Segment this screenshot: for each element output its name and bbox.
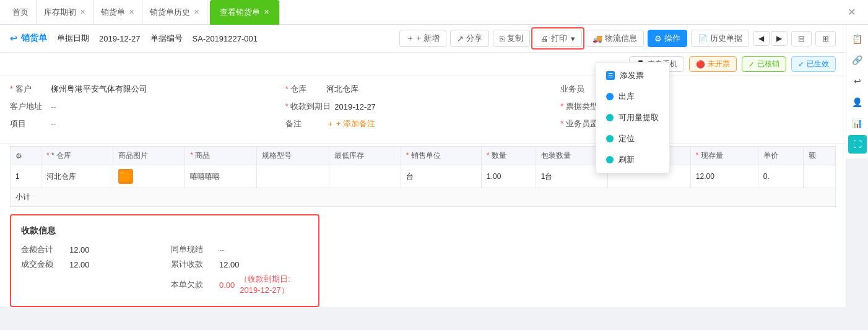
- summary-section: 收款信息 金额合计 12.00 同单现结 -- 成交金额 12.00 累计收款 …: [10, 214, 319, 307]
- doc-header: ↩ 销货单 单据日期 2019-12-27 单据编号 SA-20191227-0…: [0, 25, 846, 53]
- col-settings[interactable]: ⚙: [11, 147, 41, 165]
- col-image: 商品图片: [113, 147, 185, 165]
- locate-icon: [606, 135, 614, 142]
- cumulative-value: 12.00: [219, 260, 240, 269]
- next-arrow-button[interactable]: ▶: [771, 31, 788, 46]
- sidebar-btn-doc[interactable]: 📋: [848, 30, 867, 48]
- check-icon: ✓: [749, 60, 755, 69]
- verified-badge: ✓ 已核销: [742, 56, 786, 72]
- cell-unit-price: 0.: [758, 165, 803, 188]
- col-quantity: * 数量: [482, 147, 536, 165]
- customer-field: 客户 柳州粤港平安气体有限公司: [10, 84, 285, 95]
- list-view-button[interactable]: ⊞: [815, 31, 836, 46]
- sidebar-btn-chart[interactable]: 📊: [848, 114, 867, 132]
- form-section: 客户 柳州粤港平安气体有限公司 仓库 河北仓库 业务员 演示账号 客户地址 --: [0, 76, 846, 144]
- refresh-icon: [606, 156, 614, 163]
- tab-inventory-init[interactable]: 库存期初 ✕: [37, 0, 93, 25]
- close-tab-sales-history[interactable]: ✕: [194, 8, 199, 16]
- col-min-stock: 最低库存: [329, 147, 401, 165]
- settings-icon: ⚙: [15, 152, 22, 160]
- employee-label: 业务员: [560, 84, 597, 95]
- sidebar-btn-user[interactable]: 👤: [848, 93, 867, 111]
- tab-sales-history[interactable]: 销货单历史 ✕: [142, 0, 207, 25]
- tab-view-sales-order[interactable]: 查看销货单 ✕: [210, 0, 280, 25]
- warehouse-field: 仓库 河北仓库: [285, 84, 561, 95]
- transaction-row: 成交金额 12.00: [21, 259, 158, 270]
- cell-sales-unit: 台: [401, 165, 481, 188]
- print-icon: 🖨: [540, 34, 549, 43]
- doc-meta: 单据日期 2019-12-27 单据编号 SA-20191227-001: [57, 33, 258, 44]
- ticket-icon: 🔴: [696, 60, 705, 69]
- product-image: 🟧: [118, 169, 133, 184]
- tab-home[interactable]: 首页: [5, 0, 37, 25]
- effective-icon: ✓: [798, 60, 804, 69]
- dropdown-menu: ☰ 添发票 出库 可用量提取 定位 刷新: [596, 62, 670, 173]
- add-note-button[interactable]: ＋ + 添加备注: [326, 118, 375, 129]
- dropdown-item-add-invoice[interactable]: ☰ 添发票: [596, 65, 669, 86]
- add-button[interactable]: ＋ + 新增: [399, 30, 446, 47]
- logistics-button[interactable]: 🚚 物流信息: [586, 30, 644, 47]
- same-order-row: 同单现结 --: [171, 244, 308, 255]
- total-value: 12.00: [69, 245, 90, 254]
- same-order-value: --: [219, 245, 225, 254]
- print-highlight: 🖨 打印 ▾: [534, 30, 582, 47]
- col-sales-unit: * 销售单位: [401, 147, 481, 165]
- cell-stock: 12.00: [690, 165, 758, 188]
- customer-label: 客户: [10, 84, 47, 95]
- number-label: 单据编号: [150, 33, 183, 44]
- not-open-button[interactable]: 🔴 未开票: [689, 56, 737, 72]
- dropdown-item-outbound[interactable]: 出库: [596, 86, 669, 107]
- due-date-field: 收款到期日 2019-12-27: [285, 101, 561, 112]
- cumulative-row: 累计收款 12.00: [171, 259, 308, 270]
- col-warehouse: * * 仓库: [41, 147, 113, 165]
- dropdown-item-locate[interactable]: 定位: [596, 128, 669, 149]
- address-label: 客户地址: [10, 101, 47, 112]
- salesperson-label: 业务员孟: [560, 118, 598, 129]
- same-order-label: 同单现结: [171, 244, 214, 255]
- dropdown-item-refresh[interactable]: 刷新: [596, 149, 669, 170]
- close-tab-view-sales-order[interactable]: ✕: [264, 8, 269, 16]
- note-field: 备注 ＋ + 添加备注: [285, 118, 561, 129]
- cell-seq: 1: [11, 165, 41, 188]
- subtotal-label: 小计: [11, 188, 836, 207]
- prev-arrow-button[interactable]: ◀: [753, 31, 770, 46]
- sidebar-btn-expand[interactable]: ⛶: [848, 135, 867, 154]
- operations-button[interactable]: ⚙ 操作: [648, 30, 687, 47]
- close-tab-sales-order[interactable]: ✕: [129, 8, 134, 16]
- history-icon: 📄: [698, 34, 708, 43]
- ticket-type-label: 票据类型: [560, 101, 598, 112]
- copy-button[interactable]: ⎘ 复制: [493, 30, 530, 47]
- col-unit-price: 单价: [758, 147, 803, 165]
- close-tab-inventory-init[interactable]: ✕: [80, 8, 85, 16]
- sidebar-btn-link[interactable]: 🔗: [848, 51, 867, 69]
- product-table: ⚙ * * 仓库 商品图片 * 商品 规格型号 最低库存 * 销售单位 * 数量…: [10, 146, 836, 207]
- doc-icon: ↩: [10, 33, 17, 43]
- tab-sales-order[interactable]: 销货单 ✕: [93, 0, 142, 25]
- col-product: * 商品: [185, 147, 257, 165]
- sidebar-btn-undo[interactable]: ↩: [848, 72, 867, 90]
- project-field: 项目 --: [10, 118, 285, 129]
- effective-badge: ✓ 已生效: [791, 56, 836, 72]
- project-label: 项目: [10, 118, 47, 129]
- cell-product: 嘻嘻嘻嘻: [185, 165, 257, 188]
- form-row-2: 客户地址 -- 收款到期日 2019-12-27 票据类型 不开票: [10, 101, 836, 112]
- close-window-button[interactable]: ✕: [840, 6, 863, 18]
- owed-value: 0.00: [219, 280, 235, 290]
- summary-title: 收款信息: [21, 225, 308, 237]
- plus-icon: ＋: [326, 118, 334, 129]
- share-button[interactable]: ↗ 分享: [450, 30, 489, 47]
- history-button[interactable]: 📄 历史单据: [691, 30, 749, 47]
- grid-view-button[interactable]: ⊟: [791, 31, 812, 46]
- cell-image: 🟧: [113, 165, 185, 188]
- tabs-bar: 首页 库存期初 ✕ 销货单 ✕ 销货单历史 ✕ 查看销货单 ✕ ✕: [0, 0, 868, 25]
- table-header-row: ⚙ * * 仓库 商品图片 * 商品 规格型号 最低库存 * 销售单位 * 数量…: [11, 147, 836, 165]
- share-icon: ↗: [457, 34, 464, 43]
- sub-toolbar: 📱 来自手机 🔴 未开票 ✓ 已核销 ✓ 已生效: [0, 53, 846, 76]
- available-qty-icon: [606, 114, 614, 121]
- cell-quantity: 1.00: [482, 165, 536, 188]
- table-row: 1 河北仓库 🟧 嘻嘻嘻嘻 台 1.00 1台 12.00 0.: [11, 165, 836, 188]
- print-button[interactable]: 🖨 打印 ▾: [534, 30, 582, 47]
- owed-row: 本单欠款 0.00 （收款到期日: 2019-12-27）: [171, 274, 308, 296]
- dropdown-item-available-qty[interactable]: 可用量提取: [596, 107, 669, 128]
- toolbar: ＋ + 新增 ↗ 分享 ⎘ 复制 🖨 打印 ▾: [399, 30, 836, 47]
